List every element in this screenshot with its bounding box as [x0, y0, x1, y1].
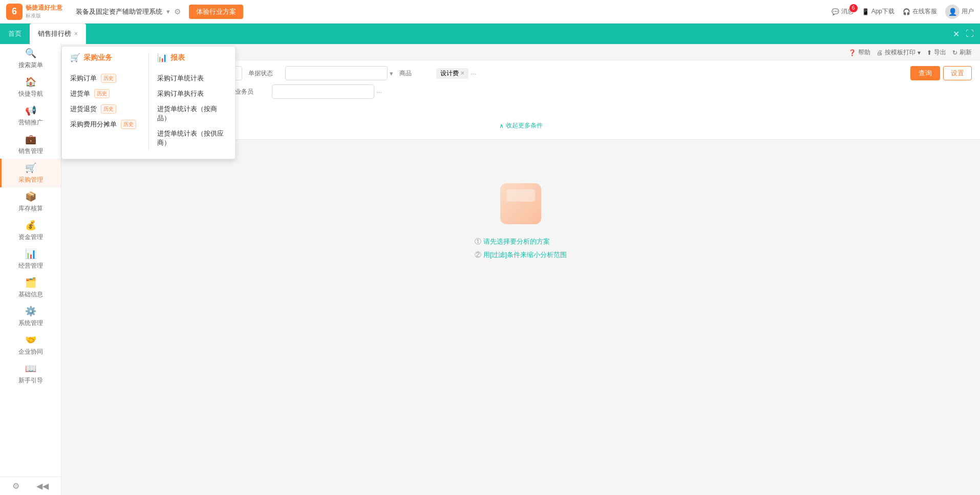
- logo-line2: 标准版: [26, 12, 62, 19]
- tab-close-btn[interactable]: ×: [74, 30, 78, 37]
- menu-item-label: 进货单: [70, 89, 90, 98]
- tab-sales-rank[interactable]: 销售排行榜 ×: [30, 24, 86, 44]
- voucher-status-input[interactable]: [285, 66, 388, 80]
- search-icon: 🔍: [25, 48, 36, 59]
- goods-tag-label: 设计费: [440, 69, 459, 78]
- tab-bar: 首页 销售排行榜 × ✕ ⛶: [0, 24, 980, 44]
- online-service-item[interactable]: 🎧 在线客服: [903, 7, 937, 16]
- sidebar-item-sales[interactable]: 💼 销售管理: [0, 130, 61, 159]
- menu-item-label: 进货单统计表（按供应商）: [157, 129, 227, 147]
- goods-more-icon[interactable]: ···: [471, 70, 476, 77]
- salesman-filter-label: 业务员: [235, 88, 266, 96]
- refresh-icon: ↻: [952, 49, 957, 56]
- app-download-label: App下载: [871, 7, 894, 16]
- tab-close-icon[interactable]: ✕: [953, 29, 960, 39]
- query-btn[interactable]: 查询: [910, 66, 940, 80]
- sidebar-label-marketing: 营销推广: [18, 118, 43, 127]
- menu-item-expense-order[interactable]: 采购费用分摊单 历史: [70, 117, 140, 132]
- marketing-icon: 📢: [25, 105, 36, 116]
- sidebar-bottom: ⚙ ◀◀: [0, 477, 61, 495]
- logo-text: 畅捷通好生意 标准版: [26, 4, 62, 19]
- message-icon-item[interactable]: 💬 消息 6: [832, 7, 854, 16]
- app-download-item[interactable]: 📱 App下载: [862, 7, 894, 16]
- dropdown-col-business: 🛒 采购业务 采购订单 历史 进货单 历史 进货退货 历史: [62, 53, 149, 150]
- headset-icon: 🎧: [903, 8, 910, 15]
- online-service-label: 在线客服: [912, 7, 937, 16]
- dropdown-cols: 🛒 采购业务 采购订单 历史 进货单 历史 进货退货 历史: [62, 53, 235, 150]
- menu-item-return-order[interactable]: 进货退货 历史: [70, 101, 140, 117]
- collapse-btn[interactable]: ∧ 收起更多条件: [499, 121, 543, 130]
- message-badge: 6: [849, 4, 858, 12]
- purchase-dropdown-menu: 🛒 采购业务 采购订单 历史 进货单 历史 进货退货 历史: [61, 46, 236, 159]
- print-dropdown-icon: ▾: [918, 49, 921, 56]
- sidebar-item-inventory[interactable]: 📦 库存核算: [0, 187, 61, 216]
- menu-item-label: 采购订单: [70, 74, 97, 83]
- home-icon: 🏠: [25, 76, 36, 88]
- voucher-status-dropdown[interactable]: ▾: [390, 70, 393, 77]
- operations-icon: 📊: [25, 248, 36, 260]
- menu-item-receive-order[interactable]: 进货单 历史: [70, 86, 140, 101]
- sidebar-item-basic[interactable]: 🗂️ 基础信息: [0, 273, 61, 302]
- sidebar-label-inventory: 库存核算: [18, 204, 43, 213]
- gear-icon[interactable]: ⚙: [174, 7, 181, 16]
- system-dropdown-arrow[interactable]: ▾: [166, 8, 170, 15]
- sidebar: 🔍 搜索菜单 🏠 快捷导航 📢 营销推广 💼 销售管理 🛒 采购管理 📦 库存核…: [0, 44, 61, 495]
- report-title-icon: 📊: [157, 53, 167, 62]
- empty-text: ① 请先选择要分析的方案 ② 用[过滤]条件来缩小分析范围: [475, 235, 567, 262]
- menu-item-receive-stats-goods[interactable]: 进货单统计表（按商品）: [157, 101, 227, 126]
- help-btn[interactable]: ❓ 帮助: [848, 48, 870, 57]
- sales-icon: 💼: [25, 134, 36, 145]
- menu-item-order-stats[interactable]: 采购订单统计表: [157, 71, 227, 86]
- sidebar-item-finance[interactable]: 💰 资金管理: [0, 216, 61, 245]
- sidebar-item-operations[interactable]: 📊 经营管理: [0, 245, 61, 273]
- avatar: 👤: [945, 5, 960, 19]
- inventory-icon: 📦: [25, 191, 36, 202]
- sidebar-item-collab[interactable]: 🤝 企业协同: [0, 331, 61, 359]
- menu-item-order-exec[interactable]: 采购订单执行表: [157, 86, 227, 101]
- setting-btn[interactable]: 设置: [943, 66, 972, 80]
- basic-icon: 🗂️: [25, 277, 36, 288]
- sidebar-item-nav[interactable]: 🏠 快捷导航: [0, 73, 61, 101]
- sidebar-label-operations: 经营管理: [18, 262, 43, 270]
- user-label: 用户: [962, 7, 974, 16]
- user-item[interactable]: 👤 用户: [945, 5, 974, 19]
- menu-item-receive-stats-supplier[interactable]: 进货单统计表（按供应商）: [157, 126, 227, 150]
- menu-item-purchase-order[interactable]: 采购订单 历史: [70, 71, 140, 86]
- export-icon: ⬆: [927, 49, 932, 56]
- tab-maximize-icon[interactable]: ⛶: [966, 29, 974, 38]
- refresh-btn[interactable]: ↻ 刷新: [952, 48, 972, 57]
- purchase-business-title: 🛒 采购业务: [70, 53, 140, 66]
- menu-item-label: 采购费用分摊单: [70, 120, 117, 129]
- empty-hint-1: ① 请先选择要分析的方案: [475, 235, 567, 248]
- export-btn[interactable]: ⬆ 导出: [927, 48, 946, 57]
- sidebar-item-marketing[interactable]: 📢 营销推广: [0, 101, 61, 130]
- print-btn[interactable]: 🖨 按模板打印 ▾: [877, 48, 921, 57]
- top-header: 6 畅捷通好生意 标准版 装备及固定资产辅助管理系统 ▾ ⚙ 体验行业方案 💬 …: [0, 0, 980, 24]
- logo-area: 6 畅捷通好生意 标准版: [6, 4, 68, 20]
- sidebar-item-purchase[interactable]: 🛒 采购管理: [0, 159, 61, 187]
- salesman-input[interactable]: [272, 84, 374, 99]
- collapse-sidebar-icon[interactable]: ◀◀: [36, 481, 49, 491]
- message-icon: 💬: [832, 8, 839, 15]
- system-icon: ⚙️: [25, 306, 36, 317]
- sidebar-label-system: 系统管理: [18, 319, 43, 328]
- empty-state: ① 请先选择要分析的方案 ② 用[过滤]条件来缩小分析范围: [61, 140, 980, 303]
- settings-bottom-icon[interactable]: ⚙: [12, 481, 19, 491]
- logo-icon: 6: [6, 4, 23, 20]
- goods-tag-close[interactable]: ×: [461, 70, 464, 77]
- sidebar-item-search[interactable]: 🔍 搜索菜单: [0, 44, 61, 73]
- sidebar-label-finance: 资金管理: [18, 233, 43, 242]
- sidebar-item-system[interactable]: ⚙️ 系统管理: [0, 302, 61, 331]
- logo-line1: 畅捷通好生意: [26, 4, 62, 12]
- finance-icon: 💰: [25, 220, 36, 231]
- industry-btn[interactable]: 体验行业方案: [189, 5, 243, 19]
- sidebar-label-basic: 基础信息: [18, 290, 43, 299]
- goods-filter-label: 商品: [399, 69, 430, 78]
- system-title-text: 装备及固定资产辅助管理系统: [76, 7, 162, 16]
- sidebar-item-guide[interactable]: 📖 新手引导: [0, 359, 61, 388]
- tab-home[interactable]: 首页: [0, 24, 30, 44]
- hist-tag: 历史: [101, 74, 116, 83]
- sidebar-label-collab: 企业协同: [18, 348, 43, 356]
- system-title-area: 装备及固定资产辅助管理系统 ▾ ⚙ 体验行业方案: [76, 5, 832, 19]
- salesman-more-icon[interactable]: ···: [376, 88, 382, 96]
